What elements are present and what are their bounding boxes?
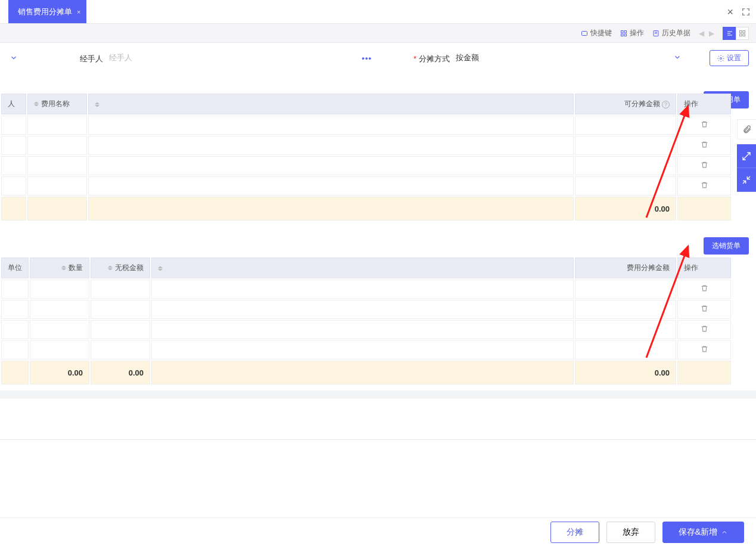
more-icon[interactable]: ••• [362, 54, 372, 63]
table-row[interactable] [1, 136, 731, 155]
handler-placeholder: 经手人 [109, 52, 132, 63]
col-qty[interactable]: 数量 [30, 258, 89, 278]
sort-icon [95, 101, 99, 108]
operate-button[interactable]: 操作 [620, 28, 644, 38]
table-row[interactable] [1, 176, 731, 196]
handler-field[interactable]: 经手人 经手人 ••• [80, 52, 372, 65]
expense-total: 0.00 [575, 197, 676, 221]
footer: 分摊 放弃 保存&新增 [0, 517, 756, 546]
gear-icon [717, 55, 724, 62]
delete-icon[interactable] [701, 346, 708, 355]
svg-rect-1 [621, 30, 624, 33]
method-value: 按金额 [456, 52, 479, 63]
tab-bar-right: × [721, 0, 756, 24]
section-sales: 选销货单 单位 数量 无税金额 费用分摊金额 操作 [0, 227, 756, 390]
svg-rect-2 [624, 30, 627, 33]
view-list-icon[interactable] [723, 27, 736, 40]
col-notax[interactable]: 无税金额 [91, 258, 150, 278]
settings-button[interactable]: 设置 [710, 50, 749, 66]
attachment-icon[interactable] [737, 119, 756, 139]
toolbar: 快捷键 操作 历史单据 ◀ ▶ [0, 24, 756, 43]
table-row[interactable] [1, 340, 731, 359]
discard-button[interactable]: 放弃 [606, 522, 655, 543]
method-label: 分摊方式 [419, 54, 450, 64]
svg-rect-4 [624, 34, 627, 36]
history-button[interactable]: 历史单据 [652, 28, 690, 38]
table-row[interactable] [1, 116, 731, 135]
delete-icon[interactable] [701, 162, 708, 170]
col-operate: 操作 [677, 94, 731, 114]
chevron-down-icon [10, 54, 18, 64]
delete-icon[interactable] [701, 326, 708, 334]
table-row[interactable] [1, 156, 731, 175]
fullscreen-icon[interactable] [742, 8, 750, 16]
next-icon[interactable]: ▶ [709, 29, 714, 38]
table-row[interactable] [1, 320, 731, 339]
operate-label: 操作 [630, 28, 644, 38]
sales-table: 单位 数量 无税金额 费用分摊金额 操作 0.00 0.00 [0, 256, 732, 386]
form-row: 经手人 经手人 ••• * 分摊方式 按金额 设置 [0, 43, 756, 75]
tab-title: 销售费用分摊单 [18, 7, 72, 17]
tab-bar: 销售费用分摊单 × × [0, 0, 756, 24]
info-icon: ? [662, 101, 670, 108]
delete-icon[interactable] [701, 122, 708, 130]
table-row[interactable] [1, 280, 731, 299]
table-total-row: 0.00 0.00 0.00 [1, 361, 731, 384]
svg-rect-7 [743, 30, 745, 33]
method-select[interactable]: 按金额 [456, 52, 682, 65]
sort-icon [61, 264, 66, 272]
expand-in-icon[interactable] [737, 168, 756, 192]
sales-total-alloc: 0.00 [575, 361, 676, 384]
col-partial[interactable]: 人 [1, 94, 26, 114]
table-row[interactable] [1, 300, 731, 319]
allocate-button[interactable]: 分摊 [550, 522, 599, 543]
prev-icon[interactable]: ◀ [699, 29, 704, 38]
chevron-up-icon [721, 529, 728, 536]
divider [0, 439, 756, 440]
tab-active[interactable]: 销售费用分摊单 × [8, 0, 86, 23]
side-panel [737, 119, 756, 192]
section-divider [0, 390, 756, 399]
col-blank[interactable] [88, 94, 574, 114]
save-add-label: 保存&新增 [679, 527, 717, 538]
view-toggle [723, 27, 749, 40]
col-blank2[interactable] [151, 258, 574, 278]
shortcut-button[interactable]: 快捷键 [581, 28, 612, 38]
select-sales-button[interactable]: 选销货单 [704, 237, 749, 255]
col-unit[interactable]: 单位 [1, 258, 29, 278]
col-alloc[interactable]: 费用分摊金额 [575, 258, 676, 278]
svg-point-10 [720, 57, 722, 59]
section-expense: 选费用单 人 费用名称 可分摊金额? 操作 [0, 92, 756, 227]
view-grid-icon[interactable] [736, 27, 749, 40]
svg-rect-0 [582, 31, 587, 35]
history-label: 历史单据 [662, 28, 690, 38]
save-add-button[interactable]: 保存&新增 [662, 522, 744, 543]
settings-label: 设置 [727, 53, 741, 63]
sort-icon [158, 265, 163, 272]
delete-icon[interactable] [701, 306, 708, 314]
svg-rect-6 [740, 30, 742, 33]
col-operate2: 操作 [677, 258, 731, 278]
svg-rect-8 [740, 34, 742, 36]
sales-total-notax: 0.00 [91, 361, 150, 384]
close-icon[interactable]: × [727, 6, 733, 18]
table-total-row: 0.00 [1, 197, 731, 221]
required-mark: * [413, 54, 416, 63]
nav-arrows: ◀ ▶ [699, 29, 714, 38]
sort-icon [108, 264, 113, 272]
col-expense-name[interactable]: 费用名称 [27, 94, 87, 114]
delete-icon[interactable] [701, 142, 708, 150]
expand-out-icon[interactable] [737, 144, 756, 168]
blank-area [0, 399, 756, 429]
form-field-first[interactable] [0, 54, 18, 64]
col-alloc-amount[interactable]: 可分摊金额? [575, 94, 676, 114]
sales-total-qty: 0.00 [30, 361, 89, 384]
method-field[interactable]: * 分摊方式 按金额 [413, 52, 682, 65]
delete-icon[interactable] [701, 286, 708, 294]
svg-rect-9 [743, 34, 745, 36]
handler-select[interactable]: 经手人 ••• [109, 52, 372, 65]
chevron-down-icon [673, 53, 682, 63]
sort-icon [34, 100, 39, 108]
tab-close-icon[interactable]: × [77, 8, 80, 15]
delete-icon[interactable] [701, 182, 708, 191]
